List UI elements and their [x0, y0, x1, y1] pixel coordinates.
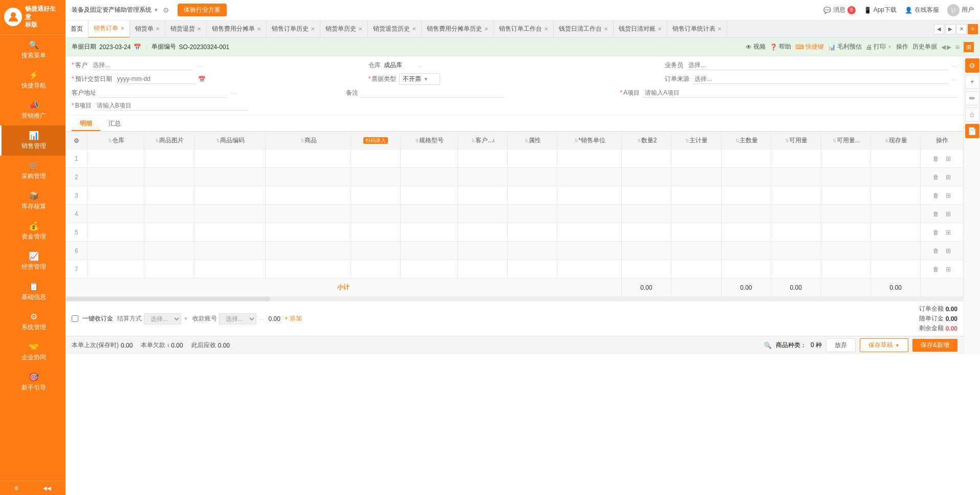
a-project-input[interactable]	[643, 88, 957, 98]
tab-detail[interactable]: 明细	[72, 117, 100, 131]
sidebar-item-guide[interactable]: 🎯 新手引导	[0, 367, 66, 397]
delivery-calendar-icon[interactable]: 📅	[198, 76, 206, 83]
order-source-input[interactable]	[692, 74, 948, 84]
tab-close-icon[interactable]: ✕	[311, 26, 315, 32]
toolbar-expand-icon[interactable]: ⊞	[964, 42, 974, 52]
view-btn[interactable]: 👁 视频	[746, 42, 766, 51]
tab-close-icon[interactable]: ✕	[358, 26, 362, 32]
history-btn[interactable]: 历史单据	[912, 42, 937, 51]
save-draft-button[interactable]: 保存草稿 ▼	[860, 338, 908, 352]
warehouse-more-icon[interactable]: ···	[418, 61, 424, 70]
tab-sales-history[interactable]: 销货单历史 ✕	[320, 20, 368, 38]
row-delete-icon[interactable]: 🗑	[931, 227, 941, 238]
collapse-btn[interactable]: ◀◀	[43, 485, 51, 491]
row-delete-icon[interactable]: 🗑	[931, 264, 941, 274]
row-delete-icon[interactable]: 🗑	[931, 246, 941, 256]
online-service-item[interactable]: 👤 在线客服	[905, 6, 939, 14]
calendar-icon[interactable]: 📅	[134, 44, 141, 51]
side-lock-btn[interactable]: +	[965, 75, 979, 89]
sidebar-item-inventory[interactable]: 📦 库存核算	[0, 186, 66, 216]
tab-returns[interactable]: 销货退货 ✕	[165, 20, 207, 38]
tab-workbench[interactable]: 销售订单工作台 ✕	[494, 20, 554, 38]
tab-close-icon[interactable]: ✕	[120, 26, 124, 31]
tab-expense[interactable]: 销售费用分摊单 ✕	[207, 20, 267, 38]
row-delete-icon[interactable]: 🗑	[931, 154, 941, 164]
order-source-more-icon[interactable]: ···	[951, 75, 957, 83]
row-copy-icon[interactable]: ⊞	[943, 246, 953, 256]
tab-next-btn[interactable]: ▶	[945, 24, 955, 34]
add-payment-btn[interactable]: + 添加	[285, 314, 302, 323]
toolbar-prev-icon[interactable]: ◀	[941, 44, 946, 51]
settings-icon[interactable]: ⚙	[163, 6, 169, 14]
side-edit-btn[interactable]: ✏	[965, 91, 979, 105]
side-star-btn[interactable]: ☆	[965, 107, 979, 122]
row-delete-icon[interactable]: 🗑	[931, 172, 941, 182]
tab-close-icon[interactable]: ✕	[484, 26, 488, 32]
sidebar-item-sales[interactable]: 📊 销售管理	[0, 125, 66, 156]
staff-more-icon[interactable]: ···	[951, 61, 957, 70]
side-settings-btn[interactable]: ⚙	[965, 58, 979, 73]
sidebar-item-system[interactable]: ⚙ 系统管理	[0, 307, 66, 337]
tab-reconcile[interactable]: 钱货日清对账 ✕	[614, 20, 667, 38]
sidebar-item-collab[interactable]: 🤝 企业协同	[0, 337, 66, 367]
staff-input[interactable]	[686, 60, 948, 70]
sidebar-item-purchase[interactable]: 🛒 采购管理	[0, 156, 66, 186]
tab-close-icon[interactable]: ✕	[257, 26, 261, 32]
account-select[interactable]: 选择...	[219, 313, 256, 325]
note-input[interactable]	[361, 88, 505, 98]
customer-input[interactable]	[91, 60, 193, 70]
save-new-button[interactable]: 保存&新增	[912, 339, 957, 352]
row-copy-icon[interactable]: ⊞	[943, 172, 953, 182]
col-settings[interactable]: ⚙	[66, 132, 88, 149]
discard-button[interactable]: 放弃	[826, 338, 856, 352]
one-click-checkbox[interactable]	[72, 315, 78, 322]
shortcut-btn[interactable]: ⌨ 快捷键	[795, 42, 824, 51]
help-btn[interactable]: ❓ 帮助	[770, 42, 791, 51]
tab-close-icon[interactable]: ✕	[156, 26, 160, 32]
tab-order-history[interactable]: 销售订单历史 ✕	[267, 20, 320, 38]
tab-close-icon[interactable]: ✕	[717, 26, 722, 32]
address-more-icon[interactable]: ···	[230, 89, 236, 97]
sidebar-item-search[interactable]: 🔍 搜索菜单	[0, 35, 66, 65]
side-doc-btn[interactable]: 📄	[965, 124, 979, 138]
row-copy-icon[interactable]: ⊞	[943, 190, 953, 201]
solution-button[interactable]: 体验行业方案	[178, 4, 227, 16]
tab-close-icon[interactable]: ✕	[412, 26, 416, 32]
tab-daily-clear[interactable]: 钱货日清工作台 ✕	[554, 20, 614, 38]
scan-button[interactable]: 扫码录入	[363, 137, 388, 144]
tab-stats[interactable]: 销售订单统计表 ✕	[667, 20, 727, 38]
col-scan[interactable]: 扫码录入	[351, 132, 400, 149]
row-copy-icon[interactable]: ⊞	[943, 154, 953, 164]
tab-prev-btn[interactable]: ◀	[934, 24, 944, 34]
sidebar-item-basic-info[interactable]: 📋 基础信息	[0, 276, 66, 307]
invoice-select[interactable]: 不开票 ▼	[399, 73, 440, 85]
address-input[interactable]	[99, 88, 227, 98]
tab-close-icon[interactable]: ✕	[197, 26, 201, 32]
save-draft-arrow-icon[interactable]: ▼	[895, 343, 900, 348]
tab-returns-history[interactable]: 销货退货历史 ✕	[368, 20, 422, 38]
profit-btn[interactable]: 📊 毛利预估	[828, 42, 862, 51]
table-scroll-bar[interactable]	[66, 297, 964, 301]
user-item[interactable]: U 用户	[947, 4, 974, 16]
operation-btn[interactable]: 操作	[896, 42, 908, 51]
row-delete-icon[interactable]: 🗑	[931, 190, 941, 201]
sidebar-item-quick-nav[interactable]: ⚡ 快捷导航	[0, 65, 66, 95]
row-copy-icon[interactable]: ⊞	[943, 227, 953, 238]
account-more-icon[interactable]: ···	[258, 315, 265, 323]
message-item[interactable]: 💬 消息 9	[823, 6, 856, 14]
tab-close-icon[interactable]: ✕	[658, 26, 662, 32]
row-delete-icon[interactable]: 🗑	[931, 209, 941, 219]
toolbar-list-icon[interactable]: ≡	[955, 43, 960, 51]
sidebar-item-finance[interactable]: 💰 资金管理	[0, 216, 66, 246]
tab-close-icon[interactable]: ✕	[604, 26, 608, 32]
toolbar-next-icon[interactable]: ▶	[947, 44, 951, 51]
tab-sales[interactable]: 销货单 ✕	[130, 20, 165, 38]
tab-close-all-btn[interactable]: ✕	[956, 24, 967, 34]
tab-summary[interactable]: 汇总	[100, 117, 129, 131]
print-btn[interactable]: 🖨 打印 ▼	[866, 42, 892, 51]
system-dropdown-icon[interactable]: ▼	[154, 7, 159, 13]
customer-more-icon[interactable]: ···	[196, 61, 202, 70]
row-copy-icon[interactable]: ⊞	[943, 264, 953, 274]
sidebar-item-marketing[interactable]: 📣 营销推广	[0, 95, 66, 125]
sidebar-item-management[interactable]: 📈 经营管理	[0, 246, 66, 276]
